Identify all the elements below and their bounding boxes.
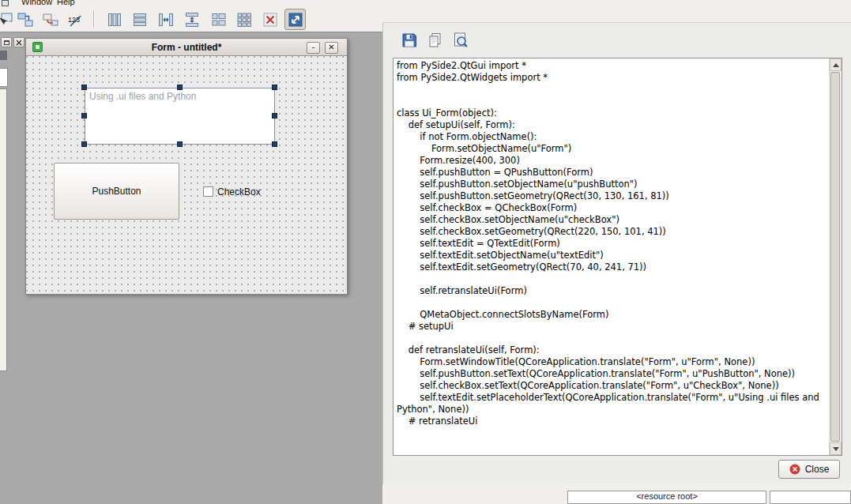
copy-icon [426,31,445,50]
widgetbox-list[interactable] [0,88,7,371]
close-circle-icon [789,464,800,475]
resource-detail-panel[interactable] [770,491,851,504]
edit-buddies-button[interactable] [40,9,61,30]
edit-buddies-icon [42,11,59,28]
layout-horizontal-splitter-button[interactable] [155,9,176,30]
close-icon [16,39,22,46]
code-preview-dialog: from PySide2.QtGui import * from PySide2… [382,22,851,484]
adjust-size-button[interactable] [284,9,306,30]
menu-bar: Window Help [0,0,851,7]
layout-horizontally-button[interactable] [104,9,125,30]
layout-grid-icon [235,11,253,28]
form-window-titlebar[interactable]: Form - untitled* - ✕ [26,39,347,56]
scroll-down-button[interactable] [830,442,842,455]
layout-form-icon [210,11,228,28]
save-code-button[interactable] [398,29,420,51]
textedit-placeholder: Using .ui files and Python [89,91,196,102]
selection-handle-middle-right[interactable] [272,113,277,118]
menu-item-help[interactable]: Help [57,0,75,6]
layout-form-button[interactable] [208,9,229,30]
selection-handle-bottom-middle[interactable] [177,141,183,147]
edit-signals-slots-button[interactable] [14,9,36,30]
find-icon [451,31,470,50]
code-frame: from PySide2.QtGui import * from PySide2… [393,58,842,456]
layout-horizontal-splitter-icon [157,11,175,28]
break-layout-button[interactable] [259,9,281,30]
minimize-button[interactable]: - [307,42,320,54]
save-icon [400,31,419,50]
copy-code-button[interactable] [424,29,446,51]
selection-handle-top-right[interactable] [272,85,277,90]
scroll-up-button[interactable] [830,58,842,71]
generated-python-code[interactable]: from PySide2.QtGui import * from PySide2… [397,60,827,453]
arrow-up-icon [833,63,839,67]
edit-tab-order-button[interactable]: 123 [64,9,85,30]
checkbox-box[interactable] [203,186,213,197]
arrow-down-icon [833,447,839,451]
dock-float-button[interactable] [1,37,12,47]
code-vertical-scrollbar[interactable] [829,58,842,455]
close-button[interactable]: ✕ [325,42,338,54]
toolbar-separator [93,11,95,28]
edit-widgets-icon [0,11,13,28]
resource-root-panel[interactable]: <resource root> [567,491,766,504]
adjust-size-icon [287,11,304,28]
edit-widgets-button[interactable] [0,9,15,30]
close-dialog-label: Close [805,464,830,475]
selection-handle-bottom-right[interactable] [272,141,277,147]
close-dialog-button[interactable]: Close [778,460,840,479]
checkbox-label: CheckBox [217,186,261,197]
checkbox-widget[interactable]: CheckBox [203,186,261,197]
break-layout-icon [262,11,279,28]
form-editor-window: Form - untitled* - ✕ Using .ui files and… [25,38,348,295]
widgetbox-filter-input[interactable] [0,68,8,87]
dock-close-button[interactable] [13,37,24,47]
selection-handle-middle-left[interactable] [81,113,87,118]
layout-vertically-icon [131,11,149,28]
layout-vertical-splitter-button[interactable] [181,9,202,30]
selection-handle-top-middle[interactable] [177,85,183,90]
widgetbox-icon [0,51,7,60]
form-window-title: Form - untitled* [26,42,347,53]
layout-vertical-splitter-icon [183,11,201,28]
layout-grid-button[interactable] [233,9,254,30]
menu-item-window[interactable]: Window [21,0,52,6]
layout-horizontally-icon [106,11,123,28]
textedit-widget[interactable]: Using .ui files and Python [85,88,275,145]
layout-vertically-button[interactable] [129,9,150,30]
form-canvas[interactable]: Using .ui files and Python PushButton Ch… [26,56,347,294]
edit-tab-order-icon: 123 [66,11,84,28]
qt-designer-screen: Window Help 1 [0,0,851,504]
selection-handle-top-left[interactable] [81,85,87,90]
edit-signals-slots-icon [17,11,34,28]
resource-root-label: <resource root> [636,491,698,501]
pushbutton-widget[interactable]: PushButton [54,163,179,220]
float-window-icon [4,40,9,45]
find-in-code-button[interactable] [450,29,472,51]
scrollbar-thumb[interactable] [830,72,840,442]
menu-grid-icon [2,0,9,6]
tab-order-numbers: 123 [68,16,80,24]
selection-handle-bottom-left[interactable] [81,141,87,147]
